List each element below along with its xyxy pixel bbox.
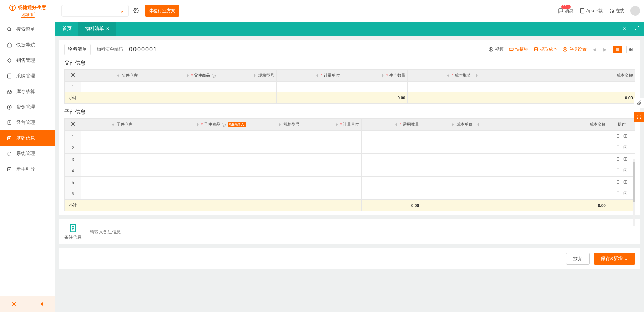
app-header: 畅捷通好生意 标准版 ⌄ 体验行业方案 99 + 消息 App下载 在线 <box>0 0 644 22</box>
support-button[interactable]: 在线 <box>609 8 624 14</box>
svg-point-3 <box>135 10 137 11</box>
org-selector[interactable]: ⌄ <box>61 5 129 17</box>
svg-rect-4 <box>580 8 584 13</box>
brand-logo: 畅捷通好生意 标准版 <box>4 4 51 18</box>
download-label: App下载 <box>586 8 603 14</box>
messages-button[interactable]: 99 + 消息 <box>558 8 573 14</box>
headset-icon <box>609 8 614 14</box>
chat-icon <box>558 8 563 14</box>
brand-edition: 标准版 <box>21 12 35 18</box>
phone-icon <box>579 8 585 14</box>
avatar[interactable] <box>630 6 640 16</box>
gear-icon <box>133 8 139 13</box>
svg-rect-2 <box>12 7 13 10</box>
chevron-down-icon: ⌄ <box>120 8 124 14</box>
support-label: 在线 <box>616 8 624 14</box>
brand-name: 畅捷通好生意 <box>18 5 46 11</box>
header-right: 99 + 消息 App下载 在线 <box>558 6 640 16</box>
download-button[interactable]: App下载 <box>579 8 603 14</box>
org-settings-button[interactable] <box>131 6 141 16</box>
promo-button[interactable]: 体验行业方案 <box>145 5 179 17</box>
messages-badge: 99 + <box>561 5 571 9</box>
brand-icon <box>9 4 16 11</box>
